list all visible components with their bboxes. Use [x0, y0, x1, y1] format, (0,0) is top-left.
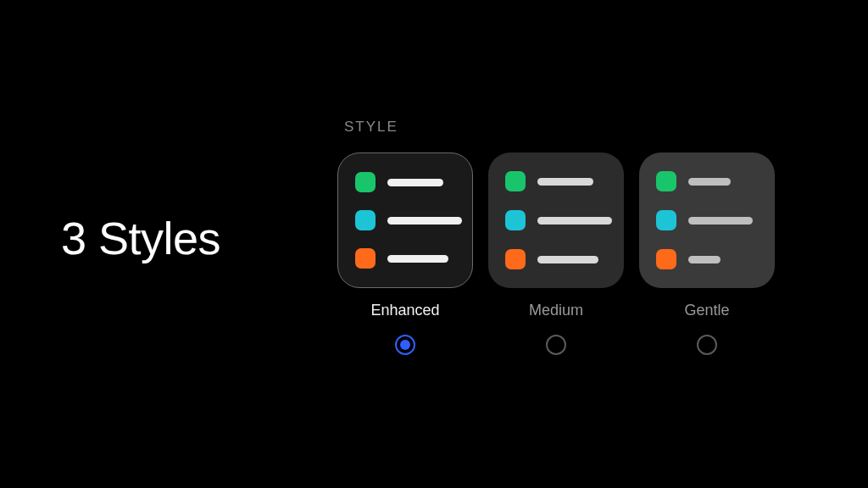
- bar-icon: [387, 179, 443, 186]
- list-item: [355, 172, 455, 192]
- list-item: [656, 210, 758, 230]
- bar-icon: [537, 178, 593, 186]
- bar-icon: [688, 217, 753, 225]
- color-swatch-icon: [656, 249, 676, 269]
- style-section: STYLE Enhanced: [337, 119, 775, 355]
- list-item: [505, 210, 607, 230]
- style-option-medium: Medium: [488, 152, 624, 355]
- style-option-label: Medium: [529, 302, 583, 319]
- bar-icon: [537, 217, 612, 225]
- color-swatch-icon: [505, 171, 526, 191]
- color-swatch-icon: [355, 210, 376, 230]
- color-swatch-icon: [505, 249, 526, 269]
- section-label: STYLE: [344, 119, 775, 136]
- style-tile-medium[interactable]: [488, 152, 624, 288]
- style-tile-enhanced[interactable]: [337, 152, 473, 288]
- radio-enhanced[interactable]: [395, 335, 415, 355]
- bar-icon: [537, 256, 598, 263]
- color-swatch-icon: [505, 210, 526, 230]
- radio-gentle[interactable]: [697, 335, 717, 355]
- list-item: [505, 171, 607, 191]
- color-swatch-icon: [355, 248, 376, 269]
- list-item: [656, 171, 758, 191]
- style-option-row: Enhanced Medium: [337, 152, 775, 355]
- style-option-gentle: Gentle: [639, 152, 775, 355]
- bar-icon: [387, 217, 462, 225]
- bar-icon: [387, 255, 448, 263]
- radio-dot-icon: [400, 340, 410, 350]
- color-swatch-icon: [656, 171, 676, 191]
- color-swatch-icon: [355, 172, 376, 192]
- color-swatch-icon: [656, 210, 676, 230]
- style-tile-gentle[interactable]: [639, 152, 775, 288]
- list-item: [656, 249, 758, 269]
- style-option-enhanced: Enhanced: [337, 152, 473, 355]
- style-option-label: Enhanced: [370, 302, 439, 319]
- list-item: [355, 210, 455, 230]
- page-title: 3 Styles: [61, 212, 220, 264]
- list-item: [505, 249, 607, 269]
- radio-medium[interactable]: [546, 335, 566, 355]
- list-item: [355, 248, 455, 269]
- style-option-label: Gentle: [684, 302, 729, 319]
- bar-icon: [688, 256, 721, 263]
- bar-icon: [688, 178, 731, 186]
